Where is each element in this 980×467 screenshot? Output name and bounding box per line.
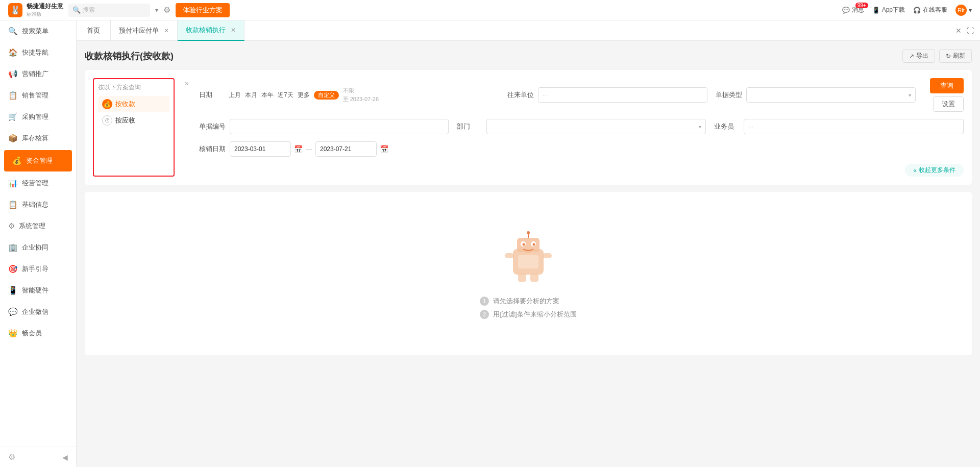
maximize-icon[interactable]: ⛶ (967, 27, 974, 35)
top-search[interactable]: 🔍 搜索 (68, 4, 150, 17)
sidebar-label-marketing: 营销推广 (22, 69, 48, 79)
svg-rect-9 (505, 253, 514, 258)
shortcut-this-month[interactable]: 本月 (245, 91, 257, 100)
tab-close-prepay-offset[interactable]: ✕ (164, 27, 169, 34)
page-header: 收款核销执行(按收款) ↗ 导出 ↻ 刷新 (85, 49, 972, 63)
tab-label-prepay-offset: 预付冲应付单 (119, 26, 159, 35)
sidebar-item-basic-info[interactable]: 📋 基础信息 (0, 194, 76, 215)
tab-receipt-offset[interactable]: 收款核销执行✕ (178, 20, 244, 41)
sidebar-item-member[interactable]: 👑 畅会员 (0, 323, 76, 344)
sidebar-label-basic-info: 基础信息 (22, 200, 48, 209)
tab-items: 首页预付冲应付单✕收款核销执行✕ (77, 20, 244, 40)
sidebar-item-hardware[interactable]: 📱 智能硬件 (0, 280, 76, 301)
svg-rect-10 (543, 253, 552, 258)
sidebar-item-system[interactable]: ⚙ 系统管理 (0, 215, 76, 237)
sidebar-icon-member: 👑 (8, 329, 18, 338)
empty-robot-svg (503, 229, 554, 285)
doc-no-input[interactable] (230, 119, 449, 134)
right-panel: 首页预付冲应付单✕收款核销执行✕ ✕ ⛶ 收款核销执行(按收款) ↗ 导出 ↻ … (77, 20, 980, 467)
date-no-limit: 不限 (343, 87, 379, 94)
shortcut-last-month[interactable]: 上月 (229, 91, 241, 100)
sidebar-item-inventory[interactable]: 📦 库存核算 (0, 128, 76, 149)
doc-no-label: 单据编号 (199, 122, 226, 131)
sidebar-collapse-icon[interactable]: ◀ (62, 453, 68, 461)
doc-no-field: 单据编号 (199, 119, 449, 134)
sidebar-item-purchase[interactable]: 🛒 采购管理 (0, 106, 76, 128)
settings-icon[interactable]: ⚙ (163, 5, 170, 15)
page-header-actions: ↗ 导出 ↻ 刷新 (902, 49, 972, 63)
shortcut-this-year[interactable]: 本年 (261, 91, 274, 100)
dept-select[interactable]: ▾ (486, 119, 706, 134)
sidebar-item-sales[interactable]: 📋 销售管理 (0, 85, 76, 106)
search-chevron[interactable]: ▾ (155, 7, 158, 14)
tab-prepay-offset[interactable]: 预付冲应付单✕ (111, 20, 178, 41)
sidebar-item-guide[interactable]: 🎯 新手引导 (0, 258, 76, 280)
date-separator: — (306, 145, 312, 153)
message-btn[interactable]: 💬 消息 99+ (842, 6, 864, 14)
verify-date-start[interactable] (230, 141, 291, 157)
export-icon: ↗ (909, 53, 914, 60)
sidebar-label-enterprise: 企业协同 (22, 243, 48, 252)
staff-select[interactable]: ··· (744, 119, 964, 134)
dept-field: 部门 ▾ (457, 119, 706, 134)
sidebar-icon-basic-info: 📋 (8, 200, 18, 209)
close-window-icon[interactable]: ✕ (955, 27, 962, 35)
shortcut-7days[interactable]: 近7天 (278, 91, 293, 100)
sidebar-label-quick-nav: 快捷导航 (22, 48, 48, 57)
app-icon: 📱 (872, 7, 880, 14)
calendar-end-icon[interactable]: 📅 (380, 145, 388, 153)
filter-form: 日期 上月 本月 本年 近7天 更多 自定义 不限 至 2023-07- (199, 78, 964, 177)
filter-opt-icon-by-receipt: 💰 (102, 99, 112, 109)
sidebar-label-purchase: 采购管理 (22, 112, 48, 121)
service-btn[interactable]: 🎧 在线客服 (913, 6, 947, 14)
date-field: 日期 上月 本月 本年 近7天 更多 自定义 不限 至 2023-07- (199, 87, 499, 103)
svg-rect-12 (530, 274, 538, 282)
sidebar-label-member: 畅会员 (22, 329, 42, 338)
sidebar-icon-inventory: 📦 (8, 134, 18, 143)
filter-option-by-receipt[interactable]: 💰 按收款 (98, 96, 169, 112)
filter-opt-label-by-receipt: 按收款 (115, 100, 135, 109)
sidebar-icon-hardware: 📱 (8, 286, 18, 295)
sidebar-item-wechat[interactable]: 💬 企业微信 (0, 301, 76, 323)
sidebar-item-enterprise[interactable]: 🏢 企业协同 (0, 237, 76, 258)
sidebar: 🔍 搜索菜单 🏠 快捷导航 📢 营销推广 📋 销售管理 🛒 采购管理 📦 库存核… (0, 20, 77, 467)
empty-tip-2: 2 用[过滤]条件来缩小分析范围 (480, 310, 576, 319)
party-label: 往来单位 (507, 90, 534, 100)
tab-close-receipt-offset[interactable]: ✕ (231, 27, 236, 34)
sidebar-item-quick-nav[interactable]: 🏠 快捷导航 (0, 42, 76, 63)
settings-form-btn[interactable]: 设置 (933, 96, 964, 112)
refresh-btn[interactable]: ↻ 刷新 (939, 49, 972, 63)
export-btn[interactable]: ↗ 导出 (902, 49, 935, 63)
sidebar-icon-finance: 💰 (12, 156, 22, 165)
shortcut-custom[interactable]: 自定义 (314, 91, 339, 100)
content-area: 收款核销执行(按收款) ↗ 导出 ↻ 刷新 按以下方案查询 (77, 41, 980, 467)
tab-label-home: 首页 (87, 26, 100, 35)
service-icon: 🎧 (913, 7, 921, 14)
sidebar-item-operation[interactable]: 📊 经营管理 (0, 173, 76, 194)
date-to-label: 至 2023-07-26 (343, 95, 379, 103)
app-download-btn[interactable]: 📱 App下载 (872, 6, 905, 14)
app-logo-icon: 🐰 (8, 3, 22, 17)
calendar-start-icon[interactable]: 📅 (294, 145, 303, 153)
verify-date-end[interactable] (315, 141, 377, 157)
sidebar-item-finance[interactable]: 💰 资金管理 (4, 150, 72, 171)
collapse-btn[interactable]: « (185, 78, 195, 177)
party-select[interactable]: ··· (538, 87, 707, 103)
user-btn[interactable]: Rit ▾ (955, 5, 972, 16)
sidebar-icon-search: 🔍 (8, 27, 18, 36)
query-btn[interactable]: 查询 (930, 78, 964, 93)
trial-industry-btn[interactable]: 体验行业方案 (176, 3, 230, 17)
sidebar-item-search[interactable]: 🔍 搜索菜单 (0, 20, 76, 42)
date-label: 日期 (199, 90, 225, 100)
doc-type-chevron: ▾ (909, 92, 911, 98)
sidebar-item-marketing[interactable]: 📢 营销推广 (0, 63, 76, 85)
verify-date-label: 核销日期 (199, 144, 226, 154)
filter-options: 💰 按收款 ⏱ 按应收 (98, 96, 169, 129)
more-conditions-btn[interactable]: « 收起更多条件 (905, 164, 964, 177)
tab-home[interactable]: 首页 (77, 20, 111, 41)
sidebar-icon-wechat: 💬 (8, 307, 18, 316)
shortcut-more[interactable]: 更多 (298, 91, 310, 100)
sidebar-settings-icon[interactable]: ⚙ (8, 452, 15, 462)
doc-type-select[interactable]: ▾ (746, 87, 916, 103)
filter-option-by-receivable[interactable]: ⏱ 按应收 (98, 112, 169, 129)
